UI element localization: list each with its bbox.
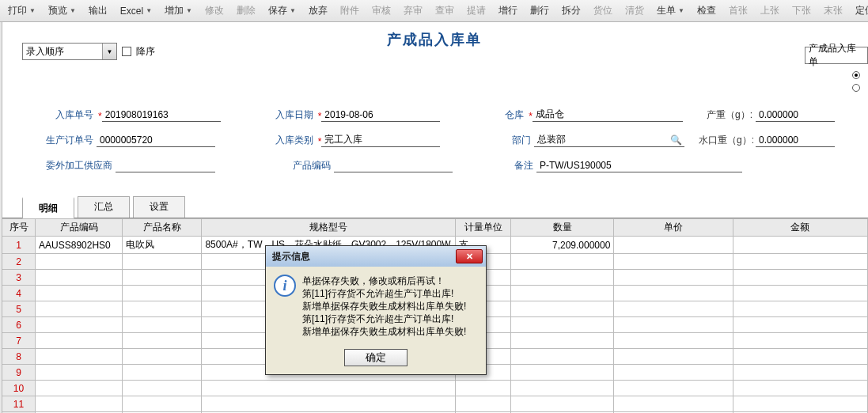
field-gross-wt[interactable]: 0.000000 (756, 108, 835, 122)
cell-amt[interactable] (733, 317, 867, 333)
cell-price[interactable] (614, 365, 733, 381)
cell-price[interactable] (614, 317, 733, 333)
cell-qty[interactable] (511, 254, 614, 270)
cell-name[interactable] (123, 317, 202, 333)
cell-amt[interactable] (733, 270, 867, 286)
cell-unit[interactable] (456, 381, 511, 396)
field-prod-code[interactable] (334, 158, 453, 172)
cell-name[interactable] (123, 270, 202, 286)
cell-price[interactable] (614, 333, 733, 349)
cell-code[interactable] (36, 317, 123, 333)
tab-summary[interactable]: 汇总 (78, 196, 130, 218)
tab-settings[interactable]: 设置 (133, 196, 185, 218)
cell-qty[interactable] (511, 396, 614, 412)
cell-amt[interactable] (733, 286, 867, 301)
cell-amt[interactable] (733, 237, 867, 254)
cell-price[interactable] (614, 381, 733, 396)
cell-price[interactable] (614, 301, 733, 317)
cell-qty[interactable] (511, 286, 614, 301)
cell-price[interactable] (614, 254, 733, 270)
col-rn[interactable]: 序号 (2, 219, 36, 237)
cell-code[interactable] (36, 365, 123, 381)
cell-name[interactable] (123, 349, 202, 365)
toolbar-增加[interactable]: 增加▼ (160, 2, 197, 20)
toolbar-生单[interactable]: 生单▼ (652, 2, 689, 20)
cell-rn[interactable]: 4 (2, 286, 36, 301)
cell-rn[interactable]: 2 (2, 254, 36, 270)
close-icon[interactable]: ✕ (456, 249, 483, 263)
field-receipt-date[interactable]: 2019-08-06 (321, 108, 440, 122)
cell-rn[interactable]: 10 (2, 381, 36, 396)
cell-rn[interactable]: 9 (2, 365, 36, 381)
radio-option-1[interactable] (852, 71, 860, 79)
cell-qty[interactable] (511, 381, 614, 396)
field-receipt-no[interactable]: 201908019163 (102, 108, 221, 122)
cell-amt[interactable] (733, 333, 867, 349)
field-water-wt[interactable]: 0.000000 (756, 133, 835, 147)
cell-qty[interactable] (511, 349, 614, 365)
toolbar-打印[interactable]: 打印▼ (3, 2, 40, 20)
cell-qty[interactable] (511, 270, 614, 286)
col-qty[interactable]: 数量 (511, 219, 614, 237)
cell-qty[interactable]: 7,209.000000 (511, 237, 614, 254)
field-type[interactable]: 完工入库 (321, 133, 440, 147)
cell-name[interactable] (123, 301, 202, 317)
toolbar-删行[interactable]: 删行 (525, 2, 554, 20)
cell-name[interactable] (123, 396, 202, 412)
toolbar-检查[interactable]: 检查 (692, 2, 721, 20)
cell-amt[interactable] (733, 254, 867, 270)
cell-code[interactable] (36, 396, 123, 412)
cell-rn[interactable]: 11 (2, 396, 36, 412)
cell-code[interactable] (36, 301, 123, 317)
cell-name[interactable] (123, 365, 202, 381)
toolbar-放弃[interactable]: 放弃 (304, 2, 332, 20)
cell-rn[interactable]: 5 (2, 301, 36, 317)
field-dept[interactable]: 总装部 (534, 133, 684, 147)
cell-rn[interactable]: 7 (2, 333, 36, 349)
cell-amt[interactable] (733, 349, 867, 365)
doc-type-combo[interactable]: 产成品入库单 (805, 47, 868, 64)
toolbar-Excel[interactable]: Excel▼ (116, 2, 157, 20)
cell-name[interactable]: 电吹风 (123, 237, 202, 254)
col-price[interactable]: 单价 (614, 219, 733, 237)
ok-button[interactable]: 确定 (344, 349, 407, 366)
cell-name[interactable] (123, 381, 202, 396)
desc-checkbox[interactable] (122, 47, 131, 56)
cell-code[interactable] (36, 381, 123, 396)
cell-amt[interactable] (733, 381, 867, 396)
cell-rn[interactable]: 8 (2, 349, 36, 365)
cell-price[interactable] (614, 396, 733, 412)
sort-combo[interactable]: 录入顺序 ▼ (22, 43, 117, 60)
cell-name[interactable] (123, 333, 202, 349)
toolbar-保存[interactable]: 保存▼ (263, 2, 301, 20)
field-remark[interactable]: P-TW/US190005 (536, 158, 742, 172)
chevron-down-icon[interactable]: ▼ (102, 44, 116, 59)
toolbar-定位[interactable]: 定位 (851, 2, 868, 20)
table-row[interactable]: 11 (2, 396, 868, 412)
radio-option-2[interactable] (852, 84, 860, 92)
dialog-titlebar[interactable]: 提示信息 ✕ (266, 246, 486, 267)
col-unit[interactable]: 计量单位 (456, 219, 511, 237)
cell-price[interactable] (614, 237, 733, 254)
field-prod-order[interactable]: 0000005720 (97, 133, 215, 147)
cell-qty[interactable] (511, 333, 614, 349)
col-amt[interactable]: 金额 (733, 219, 867, 237)
cell-code[interactable] (36, 333, 123, 349)
toolbar-增行[interactable]: 增行 (494, 2, 522, 20)
cell-name[interactable] (123, 254, 202, 270)
cell-code[interactable] (36, 286, 123, 301)
table-row[interactable]: 10 (2, 381, 868, 396)
cell-code[interactable] (36, 349, 123, 365)
cell-qty[interactable] (511, 365, 614, 381)
toolbar-输出[interactable]: 输出 (84, 2, 112, 20)
cell-price[interactable] (614, 270, 733, 286)
cell-code[interactable] (36, 254, 123, 270)
cell-amt[interactable] (733, 301, 867, 317)
tab-detail[interactable]: 明细 (22, 197, 74, 218)
field-vendor[interactable] (116, 158, 215, 172)
cell-qty[interactable] (511, 301, 614, 317)
cell-rn[interactable]: 1 (2, 237, 36, 254)
cell-price[interactable] (614, 349, 733, 365)
toolbar-预览[interactable]: 预览▼ (44, 2, 81, 20)
cell-spec[interactable] (202, 396, 456, 412)
